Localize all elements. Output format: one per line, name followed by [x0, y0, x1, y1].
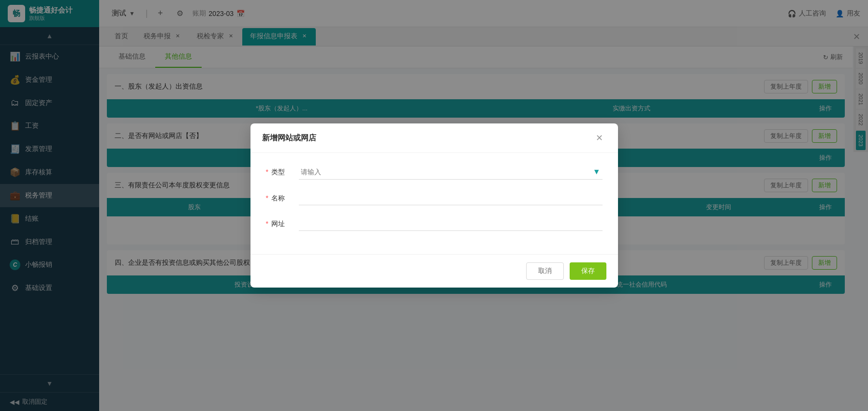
modal-overlay: 新增网站或网店 ✕ * 类型 ▼ * 名称	[0, 0, 868, 411]
cancel-button[interactable]: 取消	[526, 262, 564, 280]
required-name: *	[266, 194, 268, 202]
add-website-modal: 新增网站或网店 ✕ * 类型 ▼ * 名称	[250, 123, 618, 288]
type-select-input[interactable]	[301, 168, 593, 176]
form-label-name: * 名称	[266, 194, 295, 203]
required-type: *	[266, 168, 268, 176]
form-label-type: * 类型	[266, 168, 295, 177]
type-select-wrapper: ▼	[299, 165, 603, 180]
modal-footer: 取消 保存	[250, 254, 618, 288]
form-item-name: * 名称	[266, 191, 603, 205]
url-input[interactable]	[299, 217, 603, 231]
name-input[interactable]	[299, 191, 603, 205]
form-label-url: * 网址	[266, 220, 295, 228]
form-item-url: * 网址	[266, 217, 603, 231]
modal-header: 新增网站或网店 ✕	[250, 123, 618, 153]
form-item-type: * 类型 ▼	[266, 165, 603, 180]
modal-close-button[interactable]: ✕	[593, 131, 606, 145]
modal-body: * 类型 ▼ * 名称 * 网址	[250, 153, 618, 254]
save-button[interactable]: 保存	[570, 262, 606, 280]
type-dropdown-icon[interactable]: ▼	[593, 167, 601, 176]
modal-close-icon: ✕	[596, 133, 603, 143]
required-url: *	[266, 220, 268, 228]
modal-title: 新增网站或网店	[262, 133, 316, 143]
